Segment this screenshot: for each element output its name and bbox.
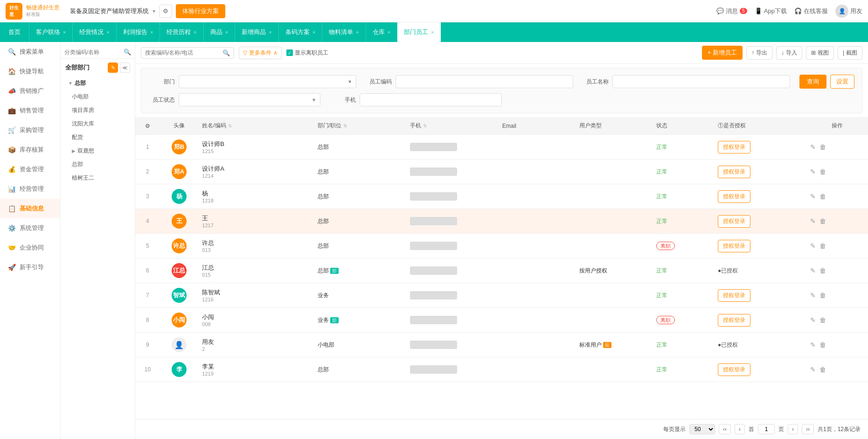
tab-goods[interactable]: 商品 × <box>204 22 235 42</box>
delete-icon[interactable]: 🗑 <box>819 366 826 373</box>
tab-close-profit[interactable]: × <box>150 29 153 35</box>
edit-icon[interactable]: ✎ <box>810 193 816 200</box>
tab-warehouse[interactable]: 仓库 × <box>366 22 397 42</box>
sidebar-item-system[interactable]: ⚙️ 系统管理 <box>0 218 60 238</box>
tab-close-business[interactable]: × <box>106 29 109 35</box>
sidebar-item-sales[interactable]: 💼 销售管理 <box>0 101 60 120</box>
th-dept[interactable]: 部门/职位⇅ <box>314 117 406 135</box>
emp-code-input[interactable] <box>396 75 573 88</box>
tab-close-customer[interactable]: × <box>63 29 66 35</box>
dept-add-icon[interactable]: ✎ <box>108 63 118 73</box>
delete-icon[interactable]: 🗑 <box>819 267 826 274</box>
tab-home[interactable]: 首页 <box>0 22 29 42</box>
dept-item-xiaodian[interactable]: 小电部 <box>61 90 135 104</box>
sidebar-item-inventory[interactable]: 📦 库存核算 <box>0 140 60 160</box>
dept-search-input[interactable] <box>64 49 124 56</box>
message-button[interactable]: 💬 消息 5 <box>716 7 747 15</box>
tab-barcode[interactable]: 条码方案 × <box>279 22 322 42</box>
sidebar-item-basic[interactable]: 📋 基础信息 <box>0 199 60 218</box>
delete-icon[interactable]: 🗑 <box>819 143 826 151</box>
delete-icon[interactable]: 🗑 <box>819 341 826 348</box>
sidebar-item-operation[interactable]: 📊 经营管理 <box>0 179 60 199</box>
delete-icon[interactable]: 🗑 <box>819 316 826 324</box>
show-resigned-toggle[interactable]: ✓ 显示离职员工 <box>286 49 328 57</box>
tab-close-history[interactable]: × <box>194 29 196 35</box>
edit-icon[interactable]: ✎ <box>810 316 816 324</box>
set-button[interactable]: 设置 <box>830 75 854 89</box>
tab-employees[interactable]: 部门员工 × <box>397 22 441 42</box>
delete-icon[interactable]: 🗑 <box>819 168 826 175</box>
search-input[interactable] <box>145 49 220 56</box>
delete-icon[interactable]: 🗑 <box>819 217 826 225</box>
th-setting[interactable]: ⚙ <box>135 117 160 135</box>
add-employee-button[interactable]: + 新增员工 <box>702 46 743 60</box>
dept-item-shenyang[interactable]: 沈阳大库 <box>61 117 135 131</box>
auth-button[interactable]: 授权登录 <box>718 240 750 252</box>
auth-button[interactable]: 授权登录 <box>718 141 750 153</box>
dept-item-zongbu[interactable]: 总部 <box>61 158 135 171</box>
emp-name-input[interactable] <box>612 75 790 88</box>
auth-button[interactable]: 授权登录 <box>718 166 750 178</box>
tab-customer[interactable]: 客户联络 × <box>29 22 73 42</box>
sidebar-item-guide[interactable]: 🚀 新手引导 <box>0 258 60 277</box>
edit-icon[interactable]: ✎ <box>810 217 816 225</box>
tab-business[interactable]: 经营情况 × <box>73 22 116 42</box>
auth-button[interactable]: 授权登录 <box>718 215 750 228</box>
user-menu[interactable]: 👤 用友 <box>835 5 862 18</box>
edit-icon[interactable]: ✎ <box>810 143 816 151</box>
auth-button[interactable]: 授权登录 <box>718 363 750 376</box>
sidebar-item-purchase[interactable]: 🛒 采购管理 <box>0 120 60 140</box>
tab-profit[interactable]: 利润报告 × <box>117 22 160 42</box>
tab-close-barcode[interactable]: × <box>312 29 315 35</box>
more-filter-button[interactable]: ▽ 更多条件 ∧ <box>239 47 282 59</box>
print-button[interactable]: | 截图 <box>838 46 862 60</box>
tab-bom[interactable]: 物料清单 × <box>322 22 366 42</box>
tab-close-warehouse[interactable]: × <box>388 29 390 35</box>
tab-close-bom[interactable]: × <box>356 29 359 35</box>
dept-select[interactable]: ▾ <box>179 75 356 88</box>
last-page-button[interactable]: ›› <box>802 424 814 434</box>
search-box[interactable]: 🔍 <box>141 47 234 59</box>
edit-icon[interactable]: ✎ <box>810 242 816 250</box>
sidebar-item-nav[interactable]: 🏠 快捷导航 <box>0 62 60 81</box>
tab-history[interactable]: 经营历程 × <box>160 22 203 42</box>
edit-icon[interactable]: ✎ <box>810 341 816 348</box>
edit-icon[interactable]: ✎ <box>810 366 816 373</box>
th-name[interactable]: 姓名/编码⇅ <box>198 117 314 135</box>
dept-item-project[interactable]: 项目库房 <box>61 104 135 117</box>
gear-button[interactable]: ⚙ <box>159 5 172 18</box>
delete-icon[interactable]: 🗑 <box>819 242 826 250</box>
edit-icon[interactable]: ✎ <box>810 168 816 175</box>
phone-input[interactable] <box>360 93 501 106</box>
status-select[interactable]: ▾ <box>179 93 320 106</box>
sidebar-item-search[interactable]: 🔍 搜索菜单 <box>0 42 60 62</box>
tab-new-goods[interactable]: 新增商品 × <box>235 22 278 42</box>
auth-button[interactable]: 授权登录 <box>718 314 750 327</box>
tab-close-employees[interactable]: × <box>431 29 434 35</box>
per-page-select[interactable]: 50 100 <box>689 424 715 434</box>
dept-item-zhushu[interactable]: 植树王二 <box>61 171 135 185</box>
export-button[interactable]: ↑ 导出 <box>746 46 772 60</box>
edit-icon[interactable]: ✎ <box>810 292 816 299</box>
sidebar-item-collab[interactable]: 🤝 企业协同 <box>0 238 60 258</box>
page-number-input[interactable] <box>758 424 775 434</box>
sidebar-item-finance[interactable]: 💰 资金管理 <box>0 160 60 179</box>
first-page-button[interactable]: ‹‹ <box>719 424 731 434</box>
dept-item-peihuo[interactable]: 配货 <box>61 131 135 144</box>
import-button[interactable]: ↓ 导入 <box>776 46 802 60</box>
dept-collapse-icon[interactable]: ≪ <box>120 63 130 73</box>
system-arrow-icon[interactable]: ▾ <box>153 8 155 14</box>
delete-icon[interactable]: 🗑 <box>819 292 826 299</box>
query-button[interactable]: 查询 <box>799 75 826 89</box>
service-button[interactable]: 🎧 在线客服 <box>794 7 828 15</box>
prev-page-button[interactable]: ‹ <box>735 424 745 434</box>
next-page-button[interactable]: › <box>788 424 798 434</box>
auth-button[interactable]: 授权登录 <box>718 190 750 203</box>
tab-close-new-goods[interactable]: × <box>269 29 271 35</box>
dept-group-root[interactable]: ▼ 总部 <box>61 77 135 90</box>
delete-icon[interactable]: 🗑 <box>819 193 826 200</box>
sidebar-item-marketing[interactable]: 📣 营销推广 <box>0 81 60 101</box>
view-button[interactable]: ⊞ 视图 <box>806 46 834 60</box>
auth-button[interactable]: 授权登录 <box>718 289 750 302</box>
tab-close-goods[interactable]: × <box>225 29 228 35</box>
